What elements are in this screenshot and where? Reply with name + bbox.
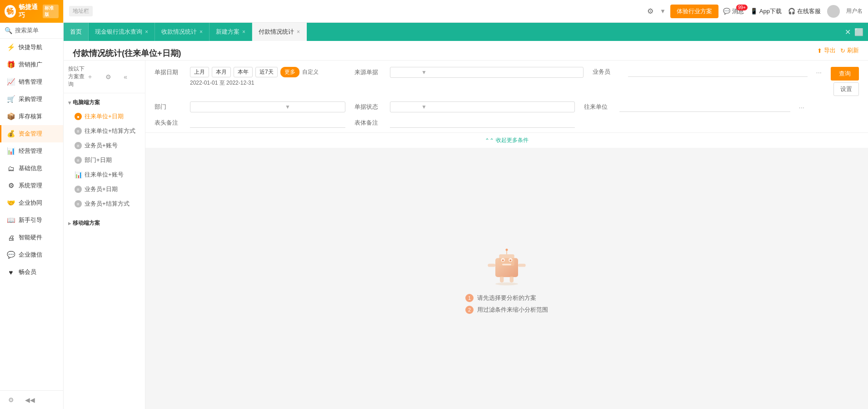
scheme-add-button[interactable]: ＋ [87, 73, 104, 81]
sidebar-collapse-button[interactable]: ◀◀ [21, 394, 39, 405]
tab-new-scheme-close-icon[interactable]: × [242, 29, 245, 35]
scheme-desktop-group-header[interactable]: ▾ 电脑端方案 [64, 96, 145, 109]
tab-bank[interactable]: 现金银行流水查询 × [89, 23, 155, 41]
voucher-status-chevron-icon: ▼ [421, 104, 427, 110]
wechat-icon: 💬 [7, 251, 15, 259]
staff-dots-icon[interactable]: ··· [816, 68, 822, 76]
scheme-item-staff-account[interactable]: ≡ 业务员+账号 [64, 138, 145, 153]
online-service-button[interactable]: 🎧 在线客服 [788, 7, 821, 15]
refresh-button[interactable]: ↻ 刷新 [840, 46, 859, 55]
voucher-status-select[interactable]: ▼ [390, 101, 575, 112]
scheme-item-partner-settle-label: 往来单位+结算方式 [85, 127, 135, 135]
date-7days-button[interactable]: 近7天 [255, 67, 278, 77]
date-custom-label: 自定义 [302, 68, 319, 76]
source-chevron-icon: ▼ [421, 69, 427, 76]
collapse-bar[interactable]: ⌃⌃ 收起更多条件 [145, 132, 868, 148]
scheme-item-partner-account[interactable]: 📊 往来单位+账号 [64, 167, 145, 182]
tab-payment-close-icon[interactable]: × [297, 29, 300, 35]
sidebar-item-finance[interactable]: 💰 资金管理 [0, 125, 63, 142]
scheme-item-dept-date[interactable]: ≡ 部门+日期 [64, 153, 145, 167]
sidebar-item-wechat[interactable]: 💬 企业微信 [0, 246, 63, 263]
partner-input[interactable] [619, 104, 790, 110]
address-text: 地址栏 [69, 6, 93, 16]
tab-payment[interactable]: 付款情况统计 × [252, 23, 307, 41]
filter-area: 单据日期 上月 本月 本年 近7天 更多 自定义 [145, 61, 868, 132]
sidebar-item-newbie[interactable]: 📖 新手引导 [0, 212, 63, 229]
sidebar-item-basic[interactable]: 🗂 基础信息 [0, 160, 63, 177]
scheme-item-staff-settle[interactable]: ≡ 业务员+结算方式 [64, 197, 145, 211]
svg-point-13 [495, 283, 518, 286]
tab-bank-close-icon[interactable]: × [145, 29, 148, 35]
operation-label: 经营管理 [19, 147, 42, 155]
sidebar-item-hardware[interactable]: 🖨 智能硬件 [0, 229, 63, 246]
date-label: 单据日期 [155, 68, 186, 76]
dept-select[interactable]: ▼ [190, 101, 345, 112]
sidebar-item-operation[interactable]: 📊 经营管理 [0, 142, 63, 160]
sidebar-item-marketing[interactable]: 🎁 营销推广 [0, 56, 63, 73]
date-this-month-button[interactable]: 本月 [212, 67, 231, 77]
export-button[interactable]: ⬆ 导出 [817, 46, 836, 55]
scheme-item-partner-date-label: 往来单位+日期 [85, 112, 124, 121]
sidebar-item-inventory[interactable]: 📦 库存核算 [0, 108, 63, 125]
app-download-button[interactable]: 📱 App下载 [750, 7, 782, 15]
trial-button[interactable]: 体验行业方案 [670, 5, 718, 18]
date-range-value: 2022-01-01 至 2022-12-31 [190, 80, 254, 86]
empty-hint-1: 1 请先选择要分析的方案 [465, 294, 548, 302]
tab-new-scheme[interactable]: 新建方案 × [210, 23, 252, 41]
topbar-right: 💬 消息 99+ 📱 App下载 🎧 在线客服 用户名 [723, 5, 863, 18]
tab-maximize-icon[interactable]: ⬜ [854, 28, 863, 36]
tab-close-all-icon[interactable]: ✕ [845, 28, 851, 36]
footer-gear-button[interactable]: ⚙ [5, 394, 18, 405]
brand-name: 畅捷通巧 [19, 3, 41, 20]
tab-home[interactable]: 首页 [64, 23, 89, 41]
tab-receivable-close-icon[interactable]: × [200, 29, 203, 35]
scheme-item-bar-icon: 📊 [75, 171, 82, 178]
memo-header-label: 表头备注 [155, 119, 186, 127]
memo-body-input[interactable] [390, 120, 575, 126]
service-icon: 🎧 [788, 8, 795, 15]
sidebar-item-purchase[interactable]: 🛒 采购管理 [0, 91, 63, 108]
avatar[interactable] [827, 5, 840, 18]
topbar-chevron-icon[interactable]: ▼ [660, 8, 666, 15]
source-select[interactable]: ▼ [390, 67, 584, 78]
wechat-label: 企业微信 [19, 251, 42, 259]
username-label[interactable]: 用户名 [846, 7, 863, 15]
scheme-collapse-button[interactable]: « [124, 73, 140, 81]
settings-button[interactable]: 设置 [833, 82, 859, 96]
scheme-item-dept-date-label: 部门+日期 [85, 156, 112, 164]
scheme-item-partner-date[interactable]: ● 往来单位+日期 [64, 109, 145, 124]
export-label: 导出 [824, 46, 836, 55]
sidebar-item-vip[interactable]: ♥ 畅会员 [0, 263, 63, 281]
sidebar-item-system[interactable]: ⚙ 系统管理 [0, 177, 63, 194]
tab-receivable[interactable]: 收款情况统计 × [155, 23, 210, 41]
scheme-desktop-label: 电脑端方案 [73, 99, 100, 106]
page-title: 付款情况统计(往来单位+日期) [73, 48, 817, 59]
scheme-settings-button[interactable]: ⚙ [105, 73, 122, 81]
scheme-item-partner-account-label: 往来单位+账号 [85, 171, 124, 179]
scheme-item-staff-date[interactable]: ≡ 业务员+日期 [64, 182, 145, 197]
partner-dots-icon[interactable]: ··· [798, 103, 804, 111]
sales-label: 销售管理 [19, 78, 42, 86]
scheme-mobile-group-header[interactable]: ▸ 移动端方案 [64, 217, 145, 230]
date-this-year-button[interactable]: 本年 [234, 67, 253, 77]
sidebar-item-sales[interactable]: 📈 销售管理 [0, 73, 63, 91]
query-button[interactable]: 查询 [831, 67, 859, 81]
date-last-month-button[interactable]: 上月 [190, 67, 209, 77]
memo-header-input[interactable] [190, 120, 345, 126]
topbar-gear-icon[interactable]: ⚙ [647, 7, 653, 15]
scheme-item-active-icon: ● [75, 113, 82, 120]
scheme-item-icon: ≡ [75, 142, 82, 149]
vip-icon: ♥ [7, 268, 15, 276]
export-icon: ⬆ [817, 47, 822, 54]
purchase-icon: 🛒 [7, 95, 15, 103]
page-actions: ⬆ 导出 ↻ 刷新 [817, 46, 859, 60]
marketing-icon: 🎁 [7, 61, 15, 69]
staff-input[interactable] [628, 69, 808, 75]
inventory-icon: 📦 [7, 112, 15, 121]
scheme-item-partner-settle[interactable]: ≡ 往来单位+结算方式 [64, 124, 145, 138]
sidebar-item-quick-nav[interactable]: ⚡ 快捷导航 [0, 39, 63, 56]
message-button[interactable]: 💬 消息 99+ [723, 7, 744, 15]
date-more-button[interactable]: 更多 [280, 67, 299, 77]
search-menu[interactable]: 🔍 搜索菜单 [0, 23, 63, 39]
sidebar-item-cooperation[interactable]: 🤝 企业协同 [0, 194, 63, 212]
